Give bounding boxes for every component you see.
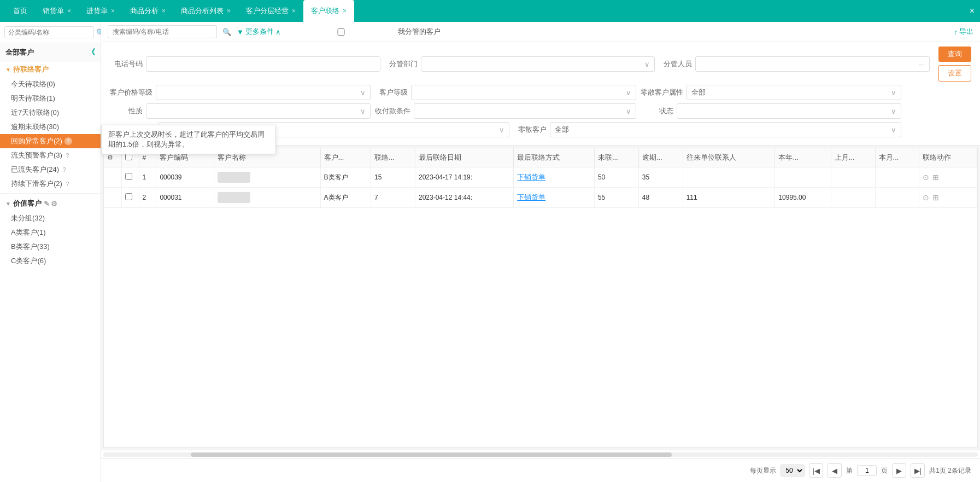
my-customers-checkbox[interactable]: [286, 28, 396, 36]
sidebar-item-c-class[interactable]: C类客户(6): [0, 254, 101, 268]
sidebar-item-ungroup[interactable]: 未分组(32): [0, 211, 101, 225]
sidebar-pending-group[interactable]: ▼ 待联络客户: [0, 62, 101, 77]
row2-select-checkbox[interactable]: [125, 193, 132, 200]
th-this-year[interactable]: 本年...: [775, 148, 831, 167]
retail-customer-select[interactable]: 全部 ∨: [550, 122, 901, 137]
pending-arrow-icon: ▼: [5, 67, 11, 73]
declining-info-icon[interactable]: ?: [66, 181, 69, 187]
row1-select-checkbox[interactable]: [125, 173, 132, 180]
last-page-button[interactable]: ▶|: [911, 463, 925, 478]
th-contact-count[interactable]: 联络...: [371, 148, 415, 167]
department-select[interactable]: ∨: [421, 56, 655, 72]
sidebar-item-tomorrow[interactable]: 明天待联络(1): [0, 91, 101, 106]
tab-home[interactable]: 首页: [5, 0, 35, 22]
th-last-month[interactable]: 上月...: [831, 148, 875, 167]
tab-analysis-list-close[interactable]: ×: [227, 7, 231, 15]
tab-sales-close[interactable]: ×: [67, 7, 71, 15]
sidebar-item-overdue-label: 逾期未联络(30): [11, 123, 59, 131]
sidebar-item-b-class[interactable]: B类客户(33): [0, 240, 101, 254]
loss-warning-info-icon[interactable]: ?: [66, 152, 69, 159]
th-level[interactable]: 客户...: [320, 148, 371, 167]
page-number-input[interactable]: [857, 465, 877, 476]
phone-input[interactable]: [146, 56, 380, 72]
sidebar-item-today[interactable]: 今天待联络(0): [0, 77, 101, 91]
sidebar-search-input[interactable]: [4, 26, 94, 38]
sidebar-divider: [0, 193, 101, 194]
row1-this-year: [775, 167, 831, 188]
th-partner-contact-label: 往来单位联系人: [686, 153, 736, 161]
filter-row-1: 电话号码 分管部门 ∨ 分管人员 ···: [110, 47, 971, 82]
row1-contact-method-link[interactable]: 下销货单: [517, 173, 545, 181]
row1-settings: [104, 167, 121, 188]
export-button[interactable]: ↑ 导出: [954, 27, 974, 37]
manager-select[interactable]: ···: [695, 56, 930, 72]
filter-more-conditions[interactable]: ▼ 更多条件 ∧: [237, 27, 281, 37]
row2-contact-method-link[interactable]: 下销货单: [517, 193, 545, 201]
setting-button[interactable]: 设置: [938, 65, 971, 82]
value-group-settings-icon[interactable]: ⚙: [51, 200, 57, 208]
query-button[interactable]: 查询: [938, 47, 971, 62]
payment-field: 收付款条件 ∨: [375, 103, 636, 119]
th-not-contacted[interactable]: 未联...: [594, 148, 638, 167]
retail-attr-select[interactable]: 全部 ∨: [686, 85, 901, 100]
th-last-contact-date[interactable]: 最后联络日期: [415, 148, 513, 167]
row2-last-contact-method[interactable]: 下销货单: [514, 188, 595, 208]
scroll-track[interactable]: [103, 452, 978, 457]
value-group-edit-icon[interactable]: ✎: [44, 200, 50, 208]
tab-sales[interactable]: 销货单 ×: [35, 0, 79, 22]
filter-bar: 🔍 ▼ 更多条件 ∧ 我分管的客户 ↑ 导出: [101, 22, 980, 42]
customer-level-select[interactable]: ∨: [411, 85, 636, 100]
search-input[interactable]: [108, 25, 217, 38]
th-overdue[interactable]: 逾期...: [638, 148, 683, 167]
row1-last-contact-method[interactable]: 下销货单: [514, 167, 595, 188]
abnormal-info-icon[interactable]: ?: [64, 137, 72, 145]
th-last-contact-method[interactable]: 最后联络方式: [514, 148, 595, 167]
filter-search-icon[interactable]: 🔍: [222, 28, 231, 36]
row2-action-link-icon[interactable]: ⊙: [923, 193, 929, 202]
sidebar-value-group[interactable]: ▼ 价值客户 ✎ ⚙: [0, 196, 101, 211]
price-level-select[interactable]: ∨: [156, 85, 371, 100]
sidebar-item-a-class[interactable]: A类客户(1): [0, 225, 101, 240]
sidebar-item-abnormal[interactable]: 回购异常客户(2) ?: [0, 134, 101, 148]
tab-analysis-list[interactable]: 商品分析列表 ×: [173, 0, 238, 22]
lost-info-icon[interactable]: ?: [62, 166, 66, 173]
first-page-button[interactable]: |◀: [809, 463, 823, 478]
gender-select[interactable]: ∨: [146, 103, 371, 119]
tab-customer-tier-close[interactable]: ×: [292, 7, 296, 15]
sidebar-all-customers[interactable]: 全部客户 《: [0, 43, 101, 62]
sidebar-collapse-icon[interactable]: 《: [87, 48, 95, 57]
sidebar-item-overdue[interactable]: 逾期未联络(30): [0, 120, 101, 134]
th-partner-contact[interactable]: 往来单位联系人: [683, 148, 775, 167]
per-page-select[interactable]: 50: [781, 464, 805, 477]
tab-customer-contact[interactable]: 客户联络 ×: [303, 0, 354, 22]
filter-actions: 查询 设置: [938, 47, 971, 82]
th-this-month[interactable]: 本月...: [875, 148, 919, 167]
sidebar-item-b-class-label: B类客户(33): [11, 242, 50, 251]
row1-action-link-icon[interactable]: ⊙: [923, 173, 929, 182]
sidebar-item-7days[interactable]: 近7天待联络(0): [0, 106, 101, 120]
sidebar-item-lost[interactable]: 已流失客户(24) ?: [0, 162, 101, 177]
prev-page-button[interactable]: ◀: [828, 463, 842, 478]
sidebar-item-loss-warning[interactable]: 流失预警客户(3) ?: [0, 148, 101, 162]
status-select[interactable]: ∨: [677, 103, 901, 119]
horizontal-scrollbar[interactable]: [101, 450, 980, 458]
tab-analysis-close[interactable]: ×: [162, 7, 166, 15]
next-page-button[interactable]: ▶: [892, 463, 906, 478]
window-close-button[interactable]: ×: [970, 6, 975, 16]
row1-action-grid-icon[interactable]: ⊞: [932, 173, 939, 182]
row1-contact-count: 15: [371, 167, 415, 188]
tab-customer-tier[interactable]: 客户分层经营 ×: [238, 0, 303, 22]
payment-select[interactable]: ∨: [414, 103, 636, 119]
scroll-thumb[interactable]: [191, 452, 672, 457]
tab-customer-contact-close[interactable]: ×: [343, 7, 347, 15]
row2-code: 000031: [156, 188, 214, 208]
row2-checkbox[interactable]: [121, 188, 139, 208]
tab-analysis[interactable]: 商品分析 ×: [122, 0, 173, 22]
tab-customer-contact-label: 客户联络: [311, 6, 339, 16]
row1-checkbox[interactable]: [121, 167, 139, 188]
my-customers-checkbox-label[interactable]: 我分管的客户: [286, 27, 441, 37]
tab-purchase[interactable]: 进货单 ×: [79, 0, 122, 22]
row2-action-grid-icon[interactable]: ⊞: [932, 193, 939, 202]
tab-purchase-close[interactable]: ×: [111, 7, 115, 15]
sidebar-item-declining[interactable]: 持续下滑客户(2) ?: [0, 177, 101, 191]
